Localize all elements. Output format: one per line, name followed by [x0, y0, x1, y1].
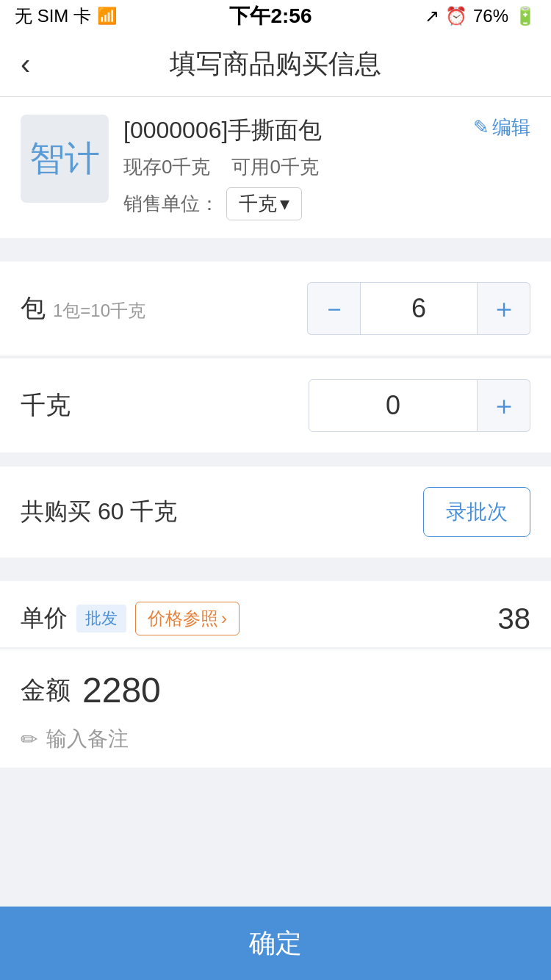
product-unit-row: 销售单位： 千克 ▾ [123, 187, 458, 220]
price-type-tag: 批发 [76, 605, 126, 633]
product-image: 智计 [21, 115, 109, 203]
amount-section: 金额 2280 ✏ 输入备注 [0, 649, 551, 768]
status-left: 无 SIM 卡 📶 [15, 4, 117, 28]
price-label-group: 单价 批发 价格参照 › [21, 602, 240, 635]
remark-row[interactable]: ✏ 输入备注 [21, 725, 530, 753]
product-logo: 智计 [29, 135, 100, 182]
kg-quantity-input[interactable] [309, 379, 478, 432]
pack-quantity-input[interactable] [360, 282, 478, 335]
battery-level: 76% [473, 6, 508, 26]
wifi-icon: 📶 [97, 7, 117, 26]
stock-available: 可用0千克 [231, 156, 318, 178]
product-card: 智计 [0000006]手撕面包 现存0千克 可用0千克 销售单位： 千克 ▾ … [0, 97, 551, 238]
divider-4 [0, 569, 551, 581]
status-right: ↗ ⏰ 76% 🔋 [425, 6, 536, 26]
summary-row: 共购买 60 千克 录批次 [0, 466, 551, 558]
amount-label: 金额 [21, 674, 71, 707]
kg-quantity-control: ＋ [309, 379, 530, 432]
back-button[interactable]: ‹ [21, 48, 30, 81]
unit-select[interactable]: 千克 ▾ [226, 187, 302, 220]
product-info: [0000006]手撕面包 现存0千克 可用0千克 销售单位： 千克 ▾ [123, 115, 458, 220]
confirm-label: 确定 [249, 926, 302, 962]
unit-label: 销售单位： [123, 191, 219, 217]
pack-sub-label: 1包=10千克 [53, 299, 145, 323]
price-ref-arrow-icon: › [221, 608, 227, 629]
kg-label-text: 千克 [21, 389, 71, 422]
price-value: 38 [498, 602, 531, 635]
pack-minus-button[interactable]: － [307, 282, 360, 335]
kg-quantity-row: 千克 ＋ [0, 359, 551, 453]
product-card-right: ✎ 编辑 [473, 115, 530, 140]
divider-3 [0, 455, 551, 466]
carrier-label: 无 SIM 卡 [15, 4, 91, 28]
product-name: [0000006]手撕面包 [123, 115, 458, 147]
amount-value: 2280 [82, 670, 161, 710]
pack-label: 包 [21, 292, 46, 325]
price-ref-button[interactable]: 价格参照 › [135, 602, 240, 635]
record-batch-button[interactable]: 录批次 [423, 487, 530, 537]
price-label: 单价 [21, 602, 68, 635]
pack-label-group: 包 1包=10千克 [21, 292, 145, 325]
divider-1 [0, 250, 551, 262]
edit-icon: ✎ [473, 116, 489, 139]
price-section: 单价 批发 价格参照 › 38 [0, 581, 551, 647]
nav-bar: ‹ 填写商品购买信息 [0, 32, 551, 97]
kg-plus-button[interactable]: ＋ [478, 379, 530, 432]
summary-text: 共购买 60 千克 [21, 496, 177, 528]
status-time: 下午2:56 [229, 2, 311, 30]
remark-label: 输入备注 [46, 725, 129, 753]
unit-dropdown-icon: ▾ [280, 192, 289, 215]
unit-value: 千克 [239, 191, 277, 217]
edit-button[interactable]: ✎ 编辑 [473, 115, 530, 140]
alarm-icon: ⏰ [445, 6, 467, 26]
product-stock: 现存0千克 可用0千克 [123, 154, 458, 180]
edit-label: 编辑 [492, 115, 530, 140]
price-ref-label: 价格参照 [148, 607, 218, 630]
pack-plus-button[interactable]: ＋ [478, 282, 530, 335]
confirm-button[interactable]: 确定 [0, 907, 551, 980]
location-icon: ↗ [425, 6, 439, 26]
stock-current: 现存0千克 [123, 156, 210, 178]
pack-quantity-control: － ＋ [307, 282, 530, 335]
pack-quantity-row: 包 1包=10千克 － ＋ [0, 262, 551, 356]
price-row: 单价 批发 价格参照 › 38 [21, 602, 530, 635]
pencil-icon: ✏ [21, 727, 37, 752]
kg-label: 千克 [21, 389, 71, 422]
amount-row: 金额 2280 [21, 670, 530, 710]
page-title: 填写商品购买信息 [170, 46, 381, 82]
battery-icon: 🔋 [514, 6, 536, 26]
status-bar: 无 SIM 卡 📶 下午2:56 ↗ ⏰ 76% 🔋 [0, 0, 551, 32]
